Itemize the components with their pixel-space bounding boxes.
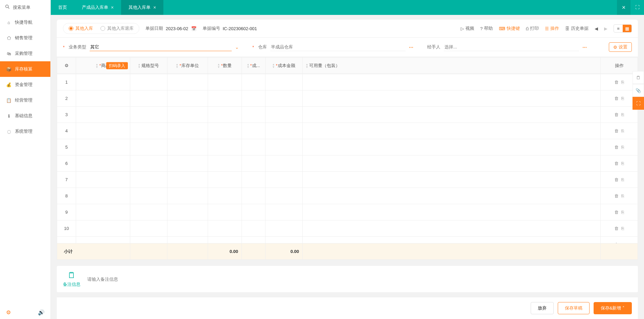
copy-row-icon[interactable]: ⎘ xyxy=(621,193,624,198)
delete-row-icon[interactable]: 🗑 xyxy=(614,177,619,182)
view-toggle: ≡ ▦ xyxy=(614,24,632,33)
sidebar-item-2[interactable]: 🛍采购管理 xyxy=(0,46,50,61)
tag-icon: ⬠ xyxy=(6,35,12,41)
delete-row-icon[interactable]: 🗑 xyxy=(614,145,619,150)
bag-icon: 🛍 xyxy=(6,51,12,56)
help-link[interactable]: ?帮助 xyxy=(480,25,493,31)
delete-row-icon[interactable]: 🗑 xyxy=(614,210,619,215)
tab-1[interactable]: 产成品入库单× xyxy=(74,0,121,15)
close-icon[interactable]: × xyxy=(111,5,114,10)
doc-type-radio-1[interactable]: 其他入库退库 xyxy=(100,25,134,31)
side-tool-attach-icon[interactable]: 📎 xyxy=(632,84,644,97)
doc-type-radio-0[interactable]: 其他入库 xyxy=(69,25,93,31)
view-list-icon[interactable]: ≡ xyxy=(614,25,623,32)
scan-entry-button[interactable]: 扫码录入 xyxy=(106,62,128,69)
side-tool-expand-icon[interactable]: ⛶ xyxy=(632,97,644,110)
copy-row-icon[interactable]: ⎘ xyxy=(621,226,624,231)
save-draft-button[interactable]: 保存草稿 xyxy=(558,302,590,314)
operate-link[interactable]: ☰操作 xyxy=(545,25,559,31)
sidebar-item-3[interactable]: 📦库存核算 xyxy=(0,61,50,77)
handler-field: 经手人 ⋯ xyxy=(427,43,587,51)
sidebar-item-0[interactable]: ⌂快捷导航 xyxy=(0,15,50,30)
table-row[interactable]: 4🗑⎘ xyxy=(57,123,638,139)
sidebar-search[interactable]: 搜索菜单 xyxy=(0,0,50,15)
table-header-row: ⚙ ▴▾*商品扫码录入 ▴▾规格型号 ▴▾*库存单位 ▴▾*数量 ▴▾*成...… xyxy=(57,58,638,74)
video-link[interactable]: ▷视频 xyxy=(461,25,474,31)
sidebar: 搜索菜单 ⌂快捷导航⬠销售管理🛍采购管理📦库存核算💰资金管理📋经营管理ℹ基础信息… xyxy=(0,0,51,319)
tab-0[interactable]: 首页 xyxy=(51,0,74,15)
delete-row-icon[interactable]: 🗑 xyxy=(614,226,619,231)
settings-button[interactable]: ⚙ 设置 xyxy=(609,42,632,52)
view-card-icon[interactable]: ▦ xyxy=(623,25,631,32)
col-qty[interactable]: ▴▾*数量 xyxy=(208,58,242,74)
delete-row-icon[interactable]: 🗑 xyxy=(614,193,619,198)
sidebar-item-5[interactable]: 📋经营管理 xyxy=(0,92,50,108)
copy-row-icon[interactable]: ⎘ xyxy=(621,145,624,150)
sidebar-item-6[interactable]: ℹ基础信息 xyxy=(0,108,50,124)
copy-row-icon[interactable]: ⎘ xyxy=(621,161,624,166)
calendar-icon[interactable]: 📅 xyxy=(191,26,197,31)
table-row[interactable]: 9🗑⎘ xyxy=(57,204,638,220)
delete-row-icon[interactable]: 🗑 xyxy=(614,80,619,85)
delete-row-icon[interactable]: 🗑 xyxy=(614,96,619,101)
tab-2[interactable]: 其他入库单× xyxy=(121,0,163,15)
copy-row-icon[interactable]: ⎘ xyxy=(621,96,624,101)
table-row[interactable]: 8🗑⎘ xyxy=(57,188,638,204)
shortcut-link[interactable]: ⌨快捷键 xyxy=(499,25,520,31)
col-cost-amount[interactable]: ▴▾*成本金额 xyxy=(266,58,303,74)
table-row[interactable]: 7🗑⎘ xyxy=(57,172,638,188)
handler-more-icon[interactable]: ⋯ xyxy=(582,45,587,50)
sidebar-item-4[interactable]: 💰资金管理 xyxy=(0,77,50,92)
handler-input[interactable] xyxy=(444,43,579,51)
discard-button[interactable]: 放弃 xyxy=(531,302,554,314)
table-row[interactable]: 11🗑⎘ xyxy=(57,237,638,243)
history-prev-icon[interactable]: ◀ xyxy=(595,26,598,31)
sidebar-item-7[interactable]: ◌系统管理 xyxy=(0,124,50,139)
delete-row-icon[interactable]: 🗑 xyxy=(614,128,619,133)
biz-type-input[interactable] xyxy=(90,43,232,51)
subtotal-row: 小计 0.00 0.00 xyxy=(57,243,638,260)
col-spec[interactable]: ▴▾规格型号 xyxy=(130,58,167,74)
sidebar-item-1[interactable]: ⬠销售管理 xyxy=(0,30,50,46)
table-row[interactable]: 6🗑⎘ xyxy=(57,155,638,172)
table-row[interactable]: 2🗑⎘ xyxy=(57,90,638,107)
save-and-new-button[interactable]: 保存&新增 ˄ xyxy=(594,302,632,314)
copy-row-icon[interactable]: ⎘ xyxy=(621,112,624,117)
chevron-down-icon[interactable]: ⌄ xyxy=(235,45,239,50)
col-product[interactable]: ▴▾*商品扫码录入 xyxy=(76,58,130,74)
sound-icon[interactable]: 🔊 xyxy=(38,309,45,316)
copy-row-icon[interactable]: ⎘ xyxy=(621,80,624,85)
table-row[interactable]: 1🗑⎘ xyxy=(57,74,638,90)
copy-row-icon[interactable]: ⎘ xyxy=(621,210,624,215)
delete-row-icon[interactable]: 🗑 xyxy=(614,161,619,166)
warehouse-input[interactable] xyxy=(270,43,406,51)
copy-row-icon[interactable]: ⎘ xyxy=(621,128,624,133)
sidebar-item-label: 库存核算 xyxy=(15,66,32,72)
topbar-expand-icon[interactable]: ⛶ xyxy=(630,0,644,15)
warehouse-more-icon[interactable]: ⋯ xyxy=(409,45,414,50)
close-icon[interactable]: × xyxy=(153,5,156,10)
footer-actions: 放弃 保存草稿 保存&新增 ˄ xyxy=(57,297,638,319)
col-cost[interactable]: ▴▾*成... xyxy=(242,58,266,74)
col-available[interactable]: ▴▾可用量（包装） xyxy=(303,58,601,74)
table-row[interactable]: 5🗑⎘ xyxy=(57,139,638,155)
sidebar-search-label: 搜索菜单 xyxy=(13,4,30,10)
history-link[interactable]: 🗄历史单据 xyxy=(565,25,589,31)
remarks-input[interactable] xyxy=(87,277,632,282)
copy-row-icon[interactable]: ⎘ xyxy=(621,177,624,182)
doc-date-value[interactable]: 2023-06-02 xyxy=(166,26,188,31)
table-row[interactable]: 10🗑⎘ xyxy=(57,220,638,237)
doc-date-field: 单据日期 2023-06-02 📅 xyxy=(145,25,197,31)
settings-gear-icon[interactable]: ⚙ xyxy=(6,309,11,316)
col-gear[interactable]: ⚙ xyxy=(57,58,76,74)
col-unit[interactable]: ▴▾*库存单位 xyxy=(167,58,208,74)
table-row[interactable]: 3🗑⎘ xyxy=(57,107,638,123)
history-next-icon[interactable]: ▶ xyxy=(604,26,607,31)
keyboard-icon: ⌨ xyxy=(499,26,505,31)
home-icon: ⌂ xyxy=(6,20,12,25)
delete-row-icon[interactable]: 🗑 xyxy=(614,112,619,117)
print-link[interactable]: ⎙打印 xyxy=(526,25,539,31)
topbar-close-icon[interactable]: × xyxy=(617,0,630,15)
side-tool-note-icon[interactable]: 🗒 xyxy=(632,71,644,84)
warehouse-label: 仓库 xyxy=(258,44,267,50)
